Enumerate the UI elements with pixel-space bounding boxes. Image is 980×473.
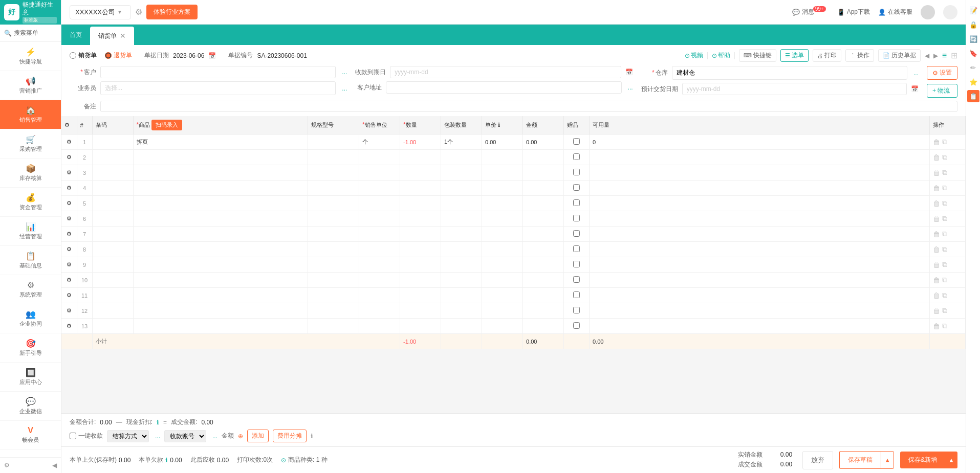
sidebar-item-collab[interactable]: 👥 企业协同 [0, 304, 61, 333]
row-qty[interactable] [400, 257, 441, 273]
account-select[interactable]: 收款账号 [164, 430, 206, 442]
row-product[interactable]: 拆页 [133, 134, 308, 150]
user-avatar[interactable] [921, 5, 935, 19]
copy-icon[interactable]: ⧉ [942, 153, 947, 162]
one-click-payment-check[interactable]: 一键收款 [70, 432, 103, 440]
row-price[interactable] [482, 150, 523, 165]
row-barcode[interactable] [92, 257, 133, 273]
row-product[interactable] [133, 165, 308, 181]
save-new-button[interactable]: 保存&新增 [900, 452, 945, 468]
row-gift[interactable] [564, 273, 590, 288]
row-pkg-qty[interactable] [441, 242, 482, 257]
row-gear[interactable]: ⚙ [61, 211, 77, 227]
row-price[interactable] [482, 227, 523, 242]
sidebar-item-apps[interactable]: 🔲 应用中心 [0, 363, 61, 392]
video-link[interactable]: ⊙ 视频 [685, 51, 703, 60]
address-input[interactable] [386, 81, 621, 94]
row-unit[interactable] [359, 165, 400, 181]
row-barcode[interactable] [92, 288, 133, 303]
row-qty[interactable] [400, 150, 441, 165]
row-amount[interactable] [523, 211, 564, 227]
sidebar-item-quicknav[interactable]: ⚡ 快捷导航 [0, 42, 61, 71]
row-amount[interactable] [523, 303, 564, 319]
row-pkg-qty[interactable] [441, 211, 482, 227]
row-spec[interactable] [308, 227, 359, 242]
row-spec[interactable] [308, 303, 359, 319]
rp-star-icon[interactable]: ⭐ [967, 76, 979, 88]
row-unit[interactable] [359, 273, 400, 288]
delete-icon[interactable]: 🗑 [933, 138, 940, 146]
row-amount[interactable] [523, 165, 564, 181]
rp-refresh-icon[interactable]: 🔄 [967, 33, 979, 45]
row-gift[interactable] [564, 288, 590, 303]
copy-icon[interactable]: ⧉ [942, 245, 947, 254]
row-amount[interactable]: 0.00 [523, 134, 564, 150]
doc-settings-button[interactable]: ⚙ 设置 [927, 66, 957, 80]
row-price[interactable] [482, 196, 523, 211]
row-qty[interactable]: -1.00 [400, 134, 441, 150]
print-btn[interactable]: 🖨 打印 [813, 49, 841, 62]
abandon-button[interactable]: 放弃 [802, 451, 833, 469]
row-gift[interactable] [564, 303, 590, 319]
radio-return[interactable]: 退货单 [105, 51, 132, 60]
row-gear[interactable]: ⚙ [61, 227, 77, 242]
row-pkg-qty[interactable] [441, 303, 482, 319]
delete-icon[interactable]: 🗑 [933, 291, 940, 300]
address-more-btn[interactable]: ... [628, 84, 633, 91]
row-amount[interactable] [523, 273, 564, 288]
next-icon[interactable]: ▶ [933, 52, 938, 59]
row-pkg-qty[interactable] [441, 196, 482, 211]
sidebar-item-purchase[interactable]: 🛒 采购管理 [0, 129, 61, 159]
row-unit[interactable] [359, 303, 400, 319]
row-spec[interactable] [308, 273, 359, 288]
sidebar-item-operation[interactable]: 📊 经营管理 [0, 217, 61, 246]
notes-input[interactable] [100, 101, 957, 112]
sidebar-item-wechat[interactable]: 💬 企业微信 [0, 392, 61, 421]
copy-icon[interactable]: ⧉ [942, 230, 947, 238]
view-grid-icon[interactable]: ⊞ [951, 51, 957, 60]
sidebar-item-member[interactable]: V 畅会员 [0, 421, 61, 449]
warehouse-more-btn[interactable]: ... [913, 70, 919, 77]
row-amount[interactable] [523, 196, 564, 211]
copy-icon[interactable]: ⧉ [942, 184, 947, 192]
row-gear[interactable]: ⚙ [61, 288, 77, 303]
sidebar-search[interactable]: 🔍 搜索菜单 [0, 25, 61, 42]
row-product[interactable] [133, 150, 308, 165]
sidebar-item-basic[interactable]: 📋 基础信息 [0, 246, 61, 275]
row-gear[interactable]: ⚙ [61, 319, 77, 334]
row-gear[interactable]: ⚙ [61, 196, 77, 211]
warehouse-input[interactable]: 建材仓 [672, 66, 907, 80]
row-price[interactable] [482, 303, 523, 319]
customer-input[interactable] [100, 66, 336, 78]
row-amount[interactable] [523, 181, 564, 196]
row-pkg-qty[interactable] [441, 181, 482, 196]
help-link[interactable]: ⊙ 帮助 [712, 51, 730, 60]
row-barcode[interactable] [92, 134, 133, 150]
row-barcode[interactable] [92, 319, 133, 334]
add-payment-btn[interactable]: 添加 [247, 430, 269, 442]
row-qty[interactable] [400, 211, 441, 227]
delivery-date-input[interactable]: yyyy-mm-dd [682, 83, 907, 95]
select-btn[interactable]: ☰ 选单 [780, 49, 809, 62]
row-unit[interactable] [359, 257, 400, 273]
copy-icon[interactable]: ⧉ [942, 322, 947, 330]
sidebar-item-guide[interactable]: 🎯 新手引导 [0, 333, 61, 363]
online-service-area[interactable]: 👤 在线客服 [878, 8, 912, 16]
customer-more-btn[interactable]: ... [342, 69, 347, 76]
row-gift[interactable] [564, 227, 590, 242]
row-barcode[interactable] [92, 150, 133, 165]
row-spec[interactable] [308, 134, 359, 150]
row-price[interactable] [482, 257, 523, 273]
row-barcode[interactable] [92, 196, 133, 211]
row-spec[interactable] [308, 319, 359, 334]
save-draft-button[interactable]: 保存草稿 [839, 451, 881, 469]
row-unit[interactable] [359, 211, 400, 227]
row-product[interactable] [133, 227, 308, 242]
delete-icon[interactable]: 🗑 [933, 230, 940, 238]
row-gift[interactable] [564, 134, 590, 150]
row-unit[interactable] [359, 150, 400, 165]
row-gift[interactable] [564, 319, 590, 334]
sidebar-item-sales[interactable]: 🏠 销售管理 [0, 100, 61, 129]
row-barcode[interactable] [92, 242, 133, 257]
tab-home[interactable]: 首页 [61, 25, 90, 45]
